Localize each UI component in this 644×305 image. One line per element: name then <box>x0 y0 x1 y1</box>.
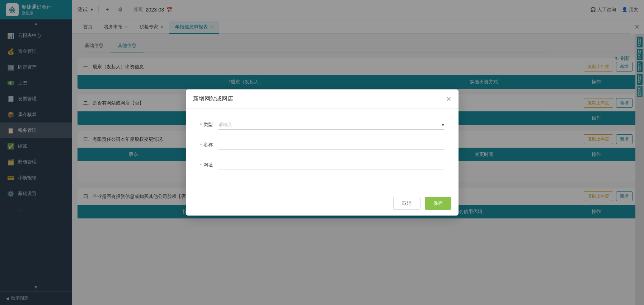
dialog-close-button[interactable]: ✕ <box>446 96 451 102</box>
form-input-name[interactable] <box>218 140 444 149</box>
dialog-body: * 类型 ▾ * 名称 * 网址 <box>186 109 459 191</box>
add-website-dialog: 新增网站或网店 ✕ * 类型 ▾ * 名称 * 网址 取消 保存 <box>186 89 459 216</box>
form-input-wrap-url <box>218 160 444 170</box>
form-input-wrap-name <box>218 140 444 150</box>
form-label-name: 名称 <box>203 142 214 148</box>
form-label-type: 类型 <box>203 121 214 128</box>
form-row-type: * 类型 ▾ <box>200 120 444 130</box>
form-input-url[interactable] <box>218 160 444 170</box>
form-required-name: * <box>200 142 202 148</box>
form-input-wrap-type: ▾ <box>218 120 444 130</box>
dialog-header: 新增网站或网店 ✕ <box>186 89 459 109</box>
form-required-url: * <box>200 162 202 168</box>
dialog-footer: 取消 保存 <box>186 191 459 216</box>
form-row-url: * 网址 <box>200 160 444 170</box>
form-input-type[interactable] <box>218 120 444 129</box>
dialog-overlay: 新增网站或网店 ✕ * 类型 ▾ * 名称 * 网址 取消 保存 <box>0 0 644 305</box>
form-label-url: 网址 <box>203 162 214 168</box>
save-button[interactable]: 保存 <box>425 197 451 210</box>
form-row-name: * 名称 <box>200 140 444 150</box>
dropdown-chevron-type: ▾ <box>442 122 444 128</box>
form-required-type: * <box>200 122 202 128</box>
cancel-button[interactable]: 取消 <box>393 197 420 210</box>
dialog-title: 新增网站或网店 <box>193 95 233 103</box>
